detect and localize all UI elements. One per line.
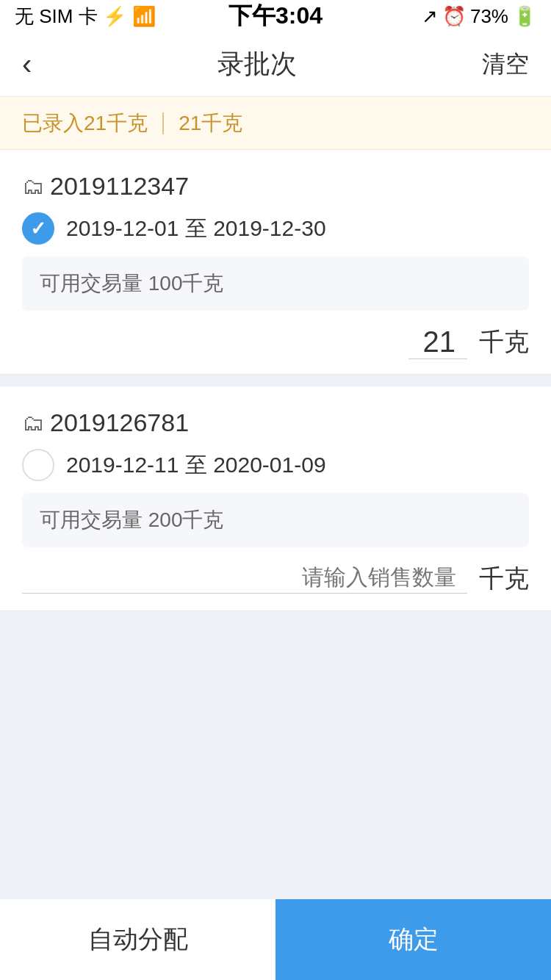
batch1-radio[interactable]	[22, 212, 54, 245]
info-label: 已录入21千克	[22, 109, 148, 137]
batch1-card: 🗂 2019112347 2019-12-01 至 2019-12-30 可用交…	[0, 150, 551, 375]
batch2-date-row: 2019-12-11 至 2020-01-09	[22, 449, 529, 481]
batch2-date: 2019-12-11 至 2020-01-09	[66, 450, 326, 480]
info-banner: 已录入21千克 21千克	[0, 97, 551, 150]
batch1-available-text: 可用交易量 100千克	[40, 272, 224, 295]
page-title: 录批次	[217, 46, 297, 82]
clear-button[interactable]: 清空	[482, 48, 529, 81]
batch1-section: 🗂 2019112347 2019-12-01 至 2019-12-30 可用交…	[0, 150, 551, 311]
batch1-id: 2019112347	[50, 172, 189, 201]
sim-text: 无 SIM 卡 ⚡	[15, 4, 126, 29]
wifi-icon: 📶	[132, 5, 156, 28]
batch2-icon: 🗂	[22, 411, 44, 436]
batch2-id: 2019126781	[50, 408, 189, 437]
batch1-available-box: 可用交易量 100千克	[22, 256, 529, 311]
status-time: 下午3:04	[228, 0, 323, 32]
bottom-bar: 自动分配 确定	[0, 899, 551, 980]
status-left: 无 SIM 卡 ⚡ 📶	[15, 4, 156, 29]
back-button[interactable]: ‹	[22, 48, 32, 81]
status-right: ↗ ⏰ 73% 🔋	[422, 5, 536, 28]
batch1-quantity-container: 21	[408, 325, 467, 359]
batch2-radio[interactable]	[22, 449, 54, 481]
battery-icon: 🔋	[513, 5, 536, 28]
batch1-quantity-value: 21	[423, 325, 456, 359]
batch1-quantity-unit: 千克	[479, 325, 529, 359]
batch2-available-box: 可用交易量 200千克	[22, 493, 529, 547]
batch1-date: 2019-12-01 至 2019-12-30	[66, 214, 326, 244]
section-separator	[0, 375, 551, 386]
empty-area	[0, 611, 551, 949]
batch1-header: 🗂 2019112347	[22, 172, 529, 201]
batch2-card: 🗂 2019126781 2019-12-11 至 2020-01-09 可用交…	[0, 386, 551, 611]
batch1-underline	[408, 359, 467, 359]
alarm-icon: ⏰	[442, 5, 466, 28]
batch2-input-unit: 千克	[479, 562, 529, 596]
confirm-button[interactable]: 确定	[276, 899, 551, 980]
batch2-quantity-input[interactable]	[247, 565, 467, 590]
auto-distribute-button[interactable]: 自动分配	[0, 899, 276, 980]
batch2-available-text: 可用交易量 200千克	[40, 508, 224, 531]
location-icon: ↗	[422, 5, 438, 28]
batch2-input-row: 千克	[0, 547, 551, 611]
battery-text: 73%	[470, 5, 508, 28]
nav-bar: ‹ 录批次 清空	[0, 32, 551, 97]
batch1-date-row: 2019-12-01 至 2019-12-30	[22, 212, 529, 245]
batch1-quantity-row: 21 千克	[0, 311, 551, 375]
status-bar: 无 SIM 卡 ⚡ 📶 下午3:04 ↗ ⏰ 73% 🔋	[0, 0, 551, 32]
batch2-input-wrapper	[22, 565, 467, 594]
batch2-section: 🗂 2019126781 2019-12-11 至 2020-01-09 可用交…	[0, 386, 551, 547]
batch1-icon: 🗂	[22, 174, 44, 199]
info-value: 21千克	[179, 109, 242, 137]
batch2-header: 🗂 2019126781	[22, 408, 529, 437]
info-divider	[162, 112, 164, 134]
batch1-quantity-wrapper: 21 千克	[408, 325, 529, 359]
